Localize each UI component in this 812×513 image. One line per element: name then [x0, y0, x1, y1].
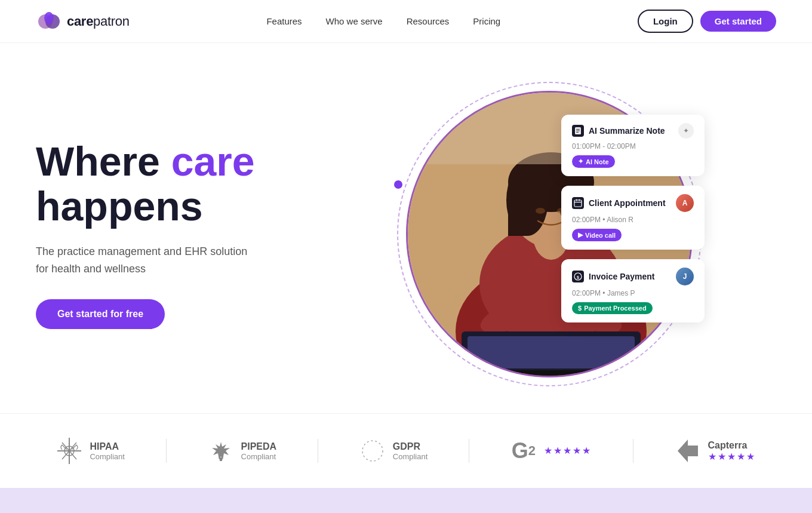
appt-avatar: A — [676, 194, 694, 212]
hero-right: AI Summarize Note ✦ 01:00PM - 02:00PM ✦ … — [322, 79, 776, 389]
nav-item-pricing[interactable]: Pricing — [473, 16, 500, 27]
hero-subtitle: The practice management and EHR solution… — [36, 243, 263, 278]
svg-rect-28 — [576, 132, 579, 133]
trust-bar: HIPAA Compliant PIPEDA Compliant GDPR Co… — [0, 413, 812, 488]
svg-rect-31 — [576, 199, 577, 201]
invoice-title: Invoice Payment — [589, 272, 655, 281]
nav-item-who-we-serve[interactable]: Who we serve — [326, 16, 383, 27]
hipaa-text: HIPAA Compliant — [90, 441, 125, 462]
svg-text:$: $ — [577, 275, 579, 280]
svg-rect-27 — [576, 131, 580, 131]
hero-cta-button[interactable]: Get started for free — [36, 299, 165, 329]
nav-actions: Login Get started — [638, 10, 776, 33]
g2-text: ★★★★★ — [544, 445, 592, 456]
nav-item-resources[interactable]: Resources — [407, 16, 450, 27]
pipeda-name: PIPEDA — [241, 441, 277, 452]
ai-note-title: AI Summarize Note — [589, 126, 665, 136]
hipaa-sub: Compliant — [90, 452, 125, 462]
logo[interactable]: carepatron — [36, 8, 130, 35]
card-invoice-payment: $ Invoice Payment J 02:00PM • James P $ … — [561, 259, 705, 322]
trust-gdpr: GDPR Compliant — [359, 438, 428, 464]
svg-point-41 — [362, 441, 383, 461]
pipeda-icon — [208, 438, 234, 464]
card-invoice-title-row: $ Invoice Payment — [572, 271, 655, 282]
nav-item-features[interactable]: Features — [266, 16, 302, 27]
divider-1 — [166, 439, 167, 463]
appt-time: 02:00PM • Alison R — [572, 216, 694, 224]
get-started-button[interactable]: Get started — [700, 11, 776, 32]
ai-note-icon — [572, 125, 584, 137]
hipaa-icon — [56, 438, 82, 464]
svg-marker-42 — [678, 440, 698, 462]
hero-visual: AI Summarize Note ✦ 01:00PM - 02:00PM ✦ … — [406, 91, 693, 377]
pipeda-sub: Compliant — [241, 452, 277, 462]
capterra-text: Capterra ★★★★★ — [708, 440, 756, 462]
card-client-appointment: Client Appointment A 02:00PM • Alison R … — [561, 186, 705, 250]
svg-rect-29 — [574, 200, 582, 207]
appt-badge: ▶ Video call — [572, 229, 622, 241]
svg-rect-21 — [456, 370, 647, 377]
invoice-icon: $ — [572, 271, 584, 282]
svg-rect-32 — [579, 199, 580, 201]
invoice-badge: $ Payment Processed — [572, 302, 653, 314]
trust-g2: G2 ★★★★★ — [510, 438, 592, 464]
footer-bar — [0, 488, 812, 513]
card-ai-note: AI Summarize Note ✦ 01:00PM - 02:00PM ✦ … — [561, 115, 705, 176]
trust-capterra: Capterra ★★★★★ — [675, 438, 756, 464]
capterra-icon — [675, 438, 701, 464]
svg-rect-40 — [220, 457, 222, 461]
pipeda-text: PIPEDA Compliant — [241, 441, 277, 462]
gdpr-name: GDPR — [393, 441, 428, 452]
login-button[interactable]: Login — [638, 10, 693, 33]
nav-links: Features Who we serve Resources Pricing — [266, 16, 500, 27]
invoice-avatar: J — [676, 268, 694, 285]
hero-left: Where care happens The practice manageme… — [36, 139, 322, 328]
capterra-name: Capterra — [708, 440, 756, 451]
card-appt-header: Client Appointment A — [572, 194, 694, 212]
divider-4 — [633, 439, 633, 463]
gdpr-text: GDPR Compliant — [393, 441, 428, 462]
svg-rect-11 — [508, 188, 526, 236]
hero-title-part2: happens — [36, 183, 203, 229]
capterra-stars: ★★★★★ — [708, 451, 756, 462]
logo-icon — [36, 8, 62, 35]
trust-pipeda: PIPEDA Compliant — [208, 438, 277, 464]
divider-3 — [469, 439, 469, 463]
divider-2 — [318, 439, 318, 463]
ai-note-badge: ✦ AI Note — [572, 155, 615, 168]
hero-accent: care — [171, 139, 255, 184]
svg-rect-20 — [467, 336, 635, 368]
g2-stars: ★★★★★ — [544, 445, 592, 456]
purple-dot — [394, 180, 402, 189]
ai-note-time: 01:00PM - 02:00PM — [572, 142, 694, 150]
trust-hipaa: HIPAA Compliant — [56, 438, 125, 464]
hipaa-name: HIPAA — [90, 441, 125, 452]
gdpr-icon — [359, 438, 386, 464]
g2-icon: G2 — [510, 438, 537, 464]
hero-title: Where care happens — [36, 139, 322, 229]
svg-point-2 — [44, 12, 54, 24]
gdpr-sub: Compliant — [393, 452, 428, 462]
hero-section: Where care happens The practice manageme… — [0, 43, 812, 413]
navbar: carepatron Features Who we serve Resourc… — [0, 0, 812, 43]
float-cards: AI Summarize Note ✦ 01:00PM - 02:00PM ✦ … — [561, 115, 705, 322]
svg-point-12 — [536, 208, 545, 214]
hero-title-part1: Where care — [36, 139, 255, 184]
logo-text: carepatron — [67, 14, 130, 29]
appt-icon — [572, 197, 584, 209]
card-invoice-header: $ Invoice Payment J — [572, 268, 694, 285]
svg-rect-26 — [576, 129, 580, 130]
invoice-time: 02:00PM • James P — [572, 289, 694, 297]
appt-title: Client Appointment — [589, 198, 666, 208]
card-ai-header: AI Summarize Note ✦ — [572, 123, 694, 139]
card-appt-title-row: Client Appointment — [572, 197, 666, 209]
ai-note-menu: ✦ — [678, 123, 694, 139]
card-ai-title-row: AI Summarize Note — [572, 125, 665, 137]
